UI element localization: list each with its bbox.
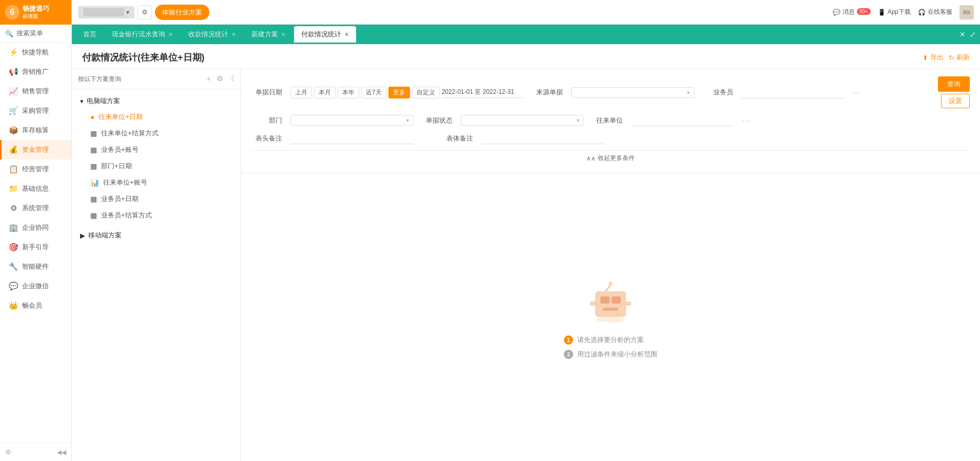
sidebar-item-purchase[interactable]: 🛒 采购管理 (0, 101, 71, 121)
message-icon: 💬 (833, 9, 840, 16)
online-support-btn[interactable]: 🎧 在线客服 (918, 8, 952, 16)
page-header: 付款情况统计(往来单位+日期) ⬆ 导出 ↻ 刷新 (72, 44, 980, 69)
sidebar-item-quick-nav[interactable]: ⚡ 快捷导航 (0, 43, 71, 62)
desktop-scheme-section: ▾ 电脑端方案 ● 往来单位+日期 ▦ 往来单位+结算方式 ▦ 业务员+账号 ▦ (72, 89, 241, 228)
sales-icon: 📈 (9, 87, 18, 96)
sidebar-item-enterprise[interactable]: 🏢 企业协同 (0, 218, 71, 237)
preset-last-month[interactable]: 上月 (290, 87, 312, 98)
messages-btn[interactable]: 💬 消息 99 (833, 8, 871, 16)
search-menu[interactable]: 🔍 搜索菜单 (0, 25, 71, 43)
topbar-settings-btn[interactable]: ⚙ (138, 5, 152, 19)
tab-home[interactable]: 首页 (76, 26, 104, 43)
finance-icon: 💰 (9, 145, 18, 154)
preset-this-year[interactable]: 本年 (338, 87, 359, 98)
partner-input[interactable] (631, 114, 734, 126)
date-label: 单据日期 (251, 88, 282, 97)
sidebar-item-member[interactable]: 👑 畅会员 (0, 296, 71, 315)
sidebar-item-marketing[interactable]: 📢 营销推广 (0, 62, 71, 82)
preset-more[interactable]: 更多 (388, 87, 410, 98)
scheme-item-partner-payment[interactable]: ▦ 往来单位+结算方式 (72, 125, 241, 142)
tab-receipt-stats[interactable]: 收款情况统计 ✕ (181, 26, 243, 43)
tab-bank-flow-close[interactable]: ✕ (168, 31, 173, 38)
profile-text (83, 8, 124, 16)
sidebar-item-hardware[interactable]: 🔧 智能硬件 (0, 257, 71, 276)
staff-more-icon[interactable]: ··· (852, 88, 861, 96)
preset-custom[interactable]: 自定义 (412, 87, 440, 98)
user-avatar[interactable]: Rit (959, 5, 974, 19)
scheme-grid-icon-5: ▦ (90, 211, 97, 219)
scheme-grid-icon-3: ▦ (90, 162, 97, 170)
sidebar-item-wechat[interactable]: 💬 企业微信 (0, 276, 71, 296)
sidebar-item-basic-info[interactable]: 📁 基础信息 (0, 179, 71, 198)
tab-new-plan-close[interactable]: ✕ (281, 31, 286, 38)
query-button[interactable]: 查询 (938, 76, 970, 92)
app-download-btn[interactable]: 📱 App下载 (878, 8, 911, 16)
header-note-input[interactable] (290, 132, 414, 144)
collapse-filter-btn[interactable]: ∧∧ 收起更多条件 (251, 150, 970, 166)
partner-more-icon[interactable]: ··· (742, 116, 751, 125)
svg-rect-3 (603, 308, 618, 311)
collapse-icon: ∧∧ (586, 155, 596, 162)
order-status-select[interactable]: ▾ (461, 115, 584, 126)
scheme-item-staff-account[interactable]: ▦ 业务员+账号 (72, 142, 241, 158)
mobile-scheme-toggle[interactable]: ▶ 移动端方案 (72, 228, 241, 243)
scheme-collapse-icon[interactable]: 《 (227, 74, 234, 84)
support-icon: 🎧 (918, 9, 926, 16)
export-icon: ⬆ (923, 54, 928, 62)
source-dropdown-icon: ▾ (687, 90, 690, 95)
body-note-input[interactable] (481, 132, 604, 144)
scheme-item-dept-date[interactable]: ▦ 部门+日期 (72, 158, 241, 174)
scheme-item-partner-account[interactable]: 📊 往来单位+账号 (72, 174, 241, 191)
page-title: 付款情况统计(往来单位+日期) (82, 51, 205, 64)
status-dropdown-icon: ▾ (577, 117, 579, 123)
preset-this-month[interactable]: 本月 (314, 87, 336, 98)
scheme-add-icon[interactable]: ＋ (205, 74, 212, 84)
header-note-label: 表头备注 (251, 134, 282, 143)
tab-bar: 首页 现金银行流水查询 ✕ 收款情况统计 ✕ 新建方案 ✕ 付款情况统计 ✕ ✕… (72, 25, 980, 44)
source-select[interactable]: ▾ (571, 87, 694, 98)
tab-receipt-stats-close[interactable]: ✕ (231, 31, 236, 38)
sidebar-item-finance[interactable]: 💰 资金管理 (0, 140, 71, 159)
tab-payment-stats-close[interactable]: ✕ (344, 31, 349, 38)
empty-state-illustration (580, 276, 641, 327)
sidebar: 6 畅捷通巧 标准版 🔍 搜索菜单 ⚡ 快捷导航 📢 营销推广 📈 销售管理 🛒… (0, 0, 72, 461)
page-actions: ⬆ 导出 ↻ 刷新 (923, 53, 970, 62)
staff-input[interactable] (741, 87, 844, 98)
sidebar-item-inventory[interactable]: 📦 库存核算 (0, 121, 71, 140)
desktop-chevron-icon: ▾ (80, 97, 84, 105)
trial-button[interactable]: 体验行业方案 (155, 5, 209, 20)
dept-select[interactable]: ▾ (290, 115, 414, 126)
sidebar-nav: ⚡ 快捷导航 📢 营销推广 📈 销售管理 🛒 采购管理 📦 库存核算 💰 资金管… (0, 43, 71, 443)
sidebar-item-system[interactable]: ⚙ 系统管理 (0, 198, 71, 218)
tab-expand-icon[interactable]: ⤢ (970, 30, 976, 38)
filter-row-2: 部门 ▾ 单据状态 ▾ 往来单位 ··· (251, 114, 970, 126)
scheme-item-partner-date[interactable]: ● 往来单位+日期 (72, 109, 241, 125)
sidebar-item-guide[interactable]: 🎯 新手引导 (0, 237, 71, 257)
sidebar-item-operations[interactable]: 📋 经营管理 (0, 159, 71, 179)
export-button[interactable]: ⬆ 导出 (923, 53, 944, 62)
scheme-item-staff-date[interactable]: ▦ 业务员+日期 (72, 191, 241, 207)
svg-rect-5 (625, 302, 631, 306)
inventory-icon: 📦 (9, 126, 18, 135)
hint-number-2: 2 (564, 350, 573, 359)
sidebar-item-sales[interactable]: 📈 销售管理 (0, 82, 71, 101)
scheme-settings-icon[interactable]: ⚙ (217, 74, 223, 84)
desktop-scheme-toggle[interactable]: ▾ 电脑端方案 (72, 93, 241, 109)
tab-new-plan[interactable]: 新建方案 ✕ (244, 26, 293, 43)
preset-last-7-days[interactable]: 近7天 (361, 87, 386, 98)
enterprise-icon: 🏢 (9, 223, 18, 232)
settings-button[interactable]: 设置 (941, 94, 970, 108)
scheme-active-icon: ● (90, 113, 94, 121)
scheme-grid-icon-1: ▦ (90, 129, 97, 137)
left-panel-header: 按以下方案查询 ＋ ⚙ 《 (72, 69, 241, 89)
footer-settings-icon[interactable]: ⚙ (5, 448, 11, 456)
profile-selector[interactable]: ▾ (78, 6, 134, 18)
empty-hints: 1 请先选择要分析的方案 2 用过滤条件来缩小分析范围 (564, 335, 657, 359)
sidebar-collapse-button[interactable]: ◀◀ (57, 449, 66, 456)
tab-close-all-icon[interactable]: ✕ (959, 30, 966, 38)
scheme-item-staff-payment[interactable]: ▦ 业务员+结算方式 (72, 207, 241, 224)
refresh-button[interactable]: ↻ 刷新 (949, 53, 970, 62)
tab-bank-flow[interactable]: 现金银行流水查询 ✕ (105, 26, 180, 43)
empty-hint-1: 1 请先选择要分析的方案 (564, 335, 657, 345)
tab-payment-stats[interactable]: 付款情况统计 ✕ (294, 26, 356, 43)
